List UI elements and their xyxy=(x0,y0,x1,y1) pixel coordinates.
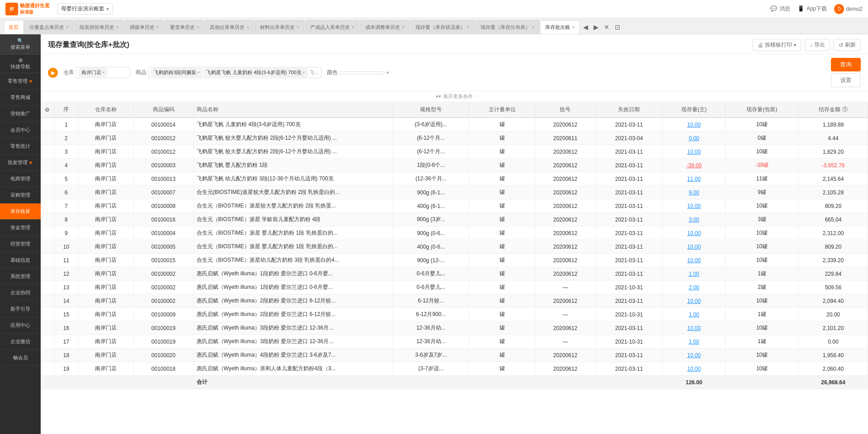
tab-close-req[interactable]: × xyxy=(197,25,199,30)
cell-stock-main[interactable]: 11.00 xyxy=(663,172,725,186)
cell-settings[interactable] xyxy=(41,199,54,213)
sidebar-item-member[interactable]: 会员中心 xyxy=(0,122,41,138)
tab-expand[interactable]: ⊡ xyxy=(612,20,623,34)
cell-settings[interactable] xyxy=(41,254,54,267)
tab-close-mix[interactable]: × xyxy=(156,25,159,30)
cell-stock-main[interactable]: 10.00 xyxy=(663,254,725,267)
tab-close-stock-status[interactable]: × xyxy=(467,25,470,30)
tab-close-cost-adj[interactable]: × xyxy=(402,25,405,30)
tab-cost-adj[interactable]: 成本调整单历史 × xyxy=(360,20,410,34)
sidebar-item-ops[interactable]: 经营管理 xyxy=(0,236,41,252)
cell-settings[interactable] xyxy=(41,335,54,349)
sidebar-item-retail[interactable]: 零售管理 ▼ xyxy=(0,73,41,90)
cell-stock-main[interactable]: 10.00 xyxy=(663,321,725,335)
sidebar-item-marketing[interactable]: 营销推广 xyxy=(0,106,41,122)
sidebar-shortcut[interactable]: ⊞ 快捷导航 xyxy=(0,55,41,73)
cell-stock-main[interactable]: 10.00 xyxy=(663,240,725,254)
product-tag-container[interactable]: 飞鹤奶粉3段同捆装 × 飞鹤星飞帆 儿童奶粉 4段(3-6岁适用) 700克 ×… xyxy=(148,67,321,78)
tab-close-unpack[interactable]: × xyxy=(116,25,119,30)
cell-settings[interactable] xyxy=(41,308,54,321)
cell-settings[interactable] xyxy=(41,362,54,376)
user-avatar[interactable]: D demo2 xyxy=(834,4,863,14)
cell-stock-main[interactable]: 9.00 xyxy=(663,186,725,199)
cell-stock-main[interactable]: 10.00 xyxy=(663,199,725,213)
cell-stock-main[interactable]: 1.00 xyxy=(663,335,725,349)
tab-stock-dist[interactable]: 现存量（库存分布表） × xyxy=(476,20,540,34)
refresh-btn[interactable]: ↺ 刷新 xyxy=(834,39,861,51)
tab-close-stock-dist[interactable]: × xyxy=(532,25,535,30)
tab-close-all[interactable]: ✕ xyxy=(601,20,612,34)
sidebar-item-guide[interactable]: 新手引导 xyxy=(0,301,41,317)
cell-stock-main[interactable]: 10.00 xyxy=(663,226,725,240)
cell-stock-main[interactable]: 1.00 xyxy=(663,267,725,281)
tab-material-out[interactable]: 材料出库单历史 × xyxy=(255,20,304,34)
settings-btn[interactable]: 设置 xyxy=(831,73,861,87)
warehouse-tag[interactable]: 南岸门店 × xyxy=(79,68,107,77)
tab-stock-status[interactable]: 现存量（库存状况表） × xyxy=(410,20,475,34)
sidebar-item-retail-shop[interactable]: 零售商城 xyxy=(0,90,41,106)
sidebar-item-sys[interactable]: 系统管理 xyxy=(0,269,41,285)
warehouse-tag-container[interactable]: 南岸门店 × xyxy=(76,67,130,78)
tab-req[interactable]: 要货单历史 × xyxy=(165,20,204,34)
cell-settings[interactable] xyxy=(41,132,54,145)
cell-stock-main[interactable]: 10.00 xyxy=(663,362,725,376)
sidebar-search[interactable]: 🔍 搜索菜单 xyxy=(0,34,41,55)
cell-stock-main[interactable]: -39.00 xyxy=(663,159,725,172)
cell-stock-main[interactable]: 3.00 xyxy=(663,213,725,226)
tab-nav-right[interactable]: ▶ xyxy=(591,20,601,34)
filter-toggle-btn[interactable]: ▶ xyxy=(48,68,58,78)
tab-home[interactable]: 首页 xyxy=(4,20,24,34)
product-tag-1[interactable]: 飞鹤奶粉3段同捆装 × xyxy=(151,68,202,77)
cell-settings[interactable] xyxy=(41,294,54,308)
color-tag-container[interactable] xyxy=(340,71,385,74)
export-btn[interactable]: ↓ 导出 xyxy=(805,39,830,51)
cell-stock-main[interactable]: 2.00 xyxy=(663,281,725,294)
tab-unpack[interactable]: 组装拆卸单历史 × xyxy=(75,20,124,34)
query-btn[interactable]: 查询 xyxy=(831,58,861,71)
cell-stock-main[interactable]: 1.00 xyxy=(663,308,725,321)
tab-split[interactable]: 分量盘点单历史 × xyxy=(24,20,74,34)
cell-settings[interactable] xyxy=(41,186,54,199)
tab-close-product-in[interactable]: × xyxy=(352,25,354,30)
sidebar-item-corp[interactable]: 企业协同 xyxy=(0,285,41,301)
tab-other-out[interactable]: 其他出库单历史 × xyxy=(205,20,254,34)
cell-stock-main[interactable]: 10.00 xyxy=(663,118,725,132)
print-btn[interactable]: 🖨 按模板打印 ▾ xyxy=(753,39,801,51)
tab-product-in[interactable]: 产成品入库单历史 × xyxy=(305,20,359,34)
sidebar-item-inventory[interactable]: 库存核算 xyxy=(0,203,41,220)
cell-settings[interactable] xyxy=(41,213,54,226)
cell-stock-main[interactable]: 10.00 xyxy=(663,145,725,159)
product-tag-2-remove[interactable]: × xyxy=(302,70,305,75)
tab-close-split[interactable]: × xyxy=(66,25,69,30)
tab-batch[interactable]: 库存批次账 × xyxy=(540,20,580,34)
tab-nav-left[interactable]: ◀ xyxy=(580,20,591,34)
sidebar-item-app-center[interactable]: 应用中心 xyxy=(0,317,41,334)
product-tag-1-remove[interactable]: × xyxy=(197,70,200,75)
sidebar-item-wholesale[interactable]: 批发管理 ▼ xyxy=(0,155,41,171)
store-selector[interactable]: 母婴行业演示账套 ▾ xyxy=(57,3,113,14)
product-tag-2[interactable]: 飞鹤星飞帆 儿童奶粉 4段(3-6岁适用) 700克 × xyxy=(204,68,307,77)
cell-settings[interactable] xyxy=(41,349,54,362)
col-settings[interactable]: ⚙ xyxy=(41,102,54,118)
cell-settings[interactable] xyxy=(41,321,54,335)
sidebar-item-finance[interactable]: 资金管理 xyxy=(0,220,41,236)
sidebar-item-base[interactable]: 基础信息 xyxy=(0,252,41,269)
cell-settings[interactable] xyxy=(41,145,54,159)
tab-close-batch[interactable]: × xyxy=(572,25,575,30)
sidebar-item-retail-stat[interactable]: 零售统计 xyxy=(0,138,41,155)
cell-settings[interactable] xyxy=(41,281,54,294)
tab-mix[interactable]: 调拨单历史 × xyxy=(125,20,164,34)
cell-settings[interactable] xyxy=(41,159,54,172)
sidebar-item-purchase[interactable]: 采购管理 xyxy=(0,187,41,203)
cell-settings[interactable] xyxy=(41,240,54,254)
sidebar-item-corp-wx[interactable]: 企业微信 xyxy=(0,334,41,350)
cell-stock-main[interactable]: 10.00 xyxy=(663,349,725,362)
cell-stock-main[interactable]: 0.00 xyxy=(663,132,725,145)
cell-settings[interactable] xyxy=(41,267,54,281)
sidebar-item-vip[interactable]: 畅会员 xyxy=(0,350,41,366)
msg-btn[interactable]: 💬 消息 xyxy=(770,5,790,13)
warehouse-tag-remove[interactable]: × xyxy=(102,70,105,75)
cell-settings[interactable] xyxy=(41,172,54,186)
cell-settings[interactable] xyxy=(41,226,54,240)
cell-stock-main[interactable]: 10.00 xyxy=(663,294,725,308)
